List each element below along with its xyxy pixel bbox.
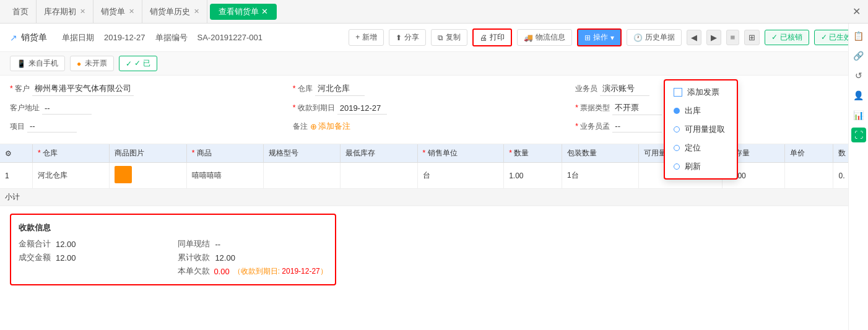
col-min-stock: 最低库存: [341, 144, 417, 163]
staff-label: 业务员: [575, 84, 597, 94]
history-button[interactable]: 🕐 历史单据: [627, 29, 682, 46]
refresh-icon: [674, 163, 680, 170]
sidebar-user-icon[interactable]: 👤: [851, 88, 866, 103]
dropdown-refresh[interactable]: 刷新: [665, 157, 737, 176]
close-tab-history[interactable]: ✕: [194, 7, 199, 15]
check-icon2: ✓: [821, 33, 829, 41]
col-unit: 销售单位: [417, 144, 504, 163]
truck-icon: 🚚: [524, 33, 533, 42]
confirm-button[interactable]: ✓ 已: [119, 56, 157, 71]
doc-no-value: SA-20191227-001: [197, 33, 263, 42]
col-pkg-qty: 包装数量: [562, 144, 638, 163]
close-tab-inventory[interactable]: ✕: [80, 7, 85, 15]
dropdown-out-warehouse[interactable]: 出库: [665, 102, 737, 120]
sidebar-clipboard-icon[interactable]: 📋: [851, 28, 866, 43]
same-order-row: 同单现结 --: [178, 238, 327, 250]
row-price: [785, 163, 833, 189]
col-warehouse: 仓库: [33, 144, 110, 163]
row-spec: [263, 163, 340, 189]
doc-date-value: 2019-12-27: [104, 33, 145, 42]
operate-button[interactable]: ⊞ 操作 ▾: [577, 28, 622, 46]
customer-field: 客户 柳州粤港平安气体有限公司: [10, 82, 293, 96]
amount-total-value: 12.00: [56, 240, 76, 249]
tab-check-sales[interactable]: 查看销货单 ✕: [210, 4, 277, 20]
doc-meta: 单据日期 2019-12-27 单据编号 SA-20191227-001: [62, 32, 263, 43]
staff2-value: --: [612, 120, 662, 132]
doc-header: ↗ 销货单 单据日期 2019-12-27 单据编号 SA-20191227-0…: [0, 24, 868, 52]
doc-no-label: 单据编号: [155, 32, 188, 43]
accumulated-row: 累计收款 12.00: [178, 252, 327, 263]
same-order-value: --: [215, 240, 220, 249]
operate-dropdown: 添加发票 出库 可用量提取 定位 刷新: [664, 79, 738, 180]
add-invoice-icon: [674, 88, 682, 97]
row-no: 1: [0, 163, 33, 189]
this-due-value: 0.00: [214, 267, 229, 276]
address-field: 客户地址 --: [10, 102, 293, 115]
same-order-label: 同单现结: [178, 238, 210, 250]
amount-total-label: 金额合计: [19, 238, 51, 250]
summary-grid: 金额合计 12.00 同单现结 -- 成交金额 12.00 累计收款 12.00…: [19, 238, 328, 277]
locate-icon: [674, 145, 680, 151]
tab-sales-history[interactable]: 销货单历史 ✕: [142, 0, 207, 23]
next-button[interactable]: ▶: [706, 30, 721, 45]
window-close-icon[interactable]: ✕: [853, 6, 861, 17]
col-settings[interactable]: ⚙: [0, 144, 33, 163]
sidebar-link-icon[interactable]: 🔗: [851, 48, 866, 63]
grid-view-button[interactable]: ⊞: [744, 30, 760, 45]
staff2-label: 业务员孟: [575, 121, 610, 132]
note-field[interactable]: 备注 添加备注: [293, 121, 576, 132]
subtotal-row: 小计: [0, 189, 868, 206]
tab-bar: 首页 库存期初 ✕ 销货单 ✕ 销货单历史 ✕ 查看销货单 ✕ ✕: [0, 0, 868, 24]
doc-date-label: 单据日期: [62, 32, 94, 43]
share-button[interactable]: ⬆ 分享: [389, 29, 426, 46]
due-date-field: 收款到期日 2019-12-27: [293, 102, 576, 115]
logistics-button[interactable]: 🚚 物流信息: [517, 29, 572, 46]
tab-inventory-init[interactable]: 库存期初 ✕: [37, 0, 93, 23]
sidebar-expand-icon[interactable]: ⛶: [851, 128, 866, 142]
ticket-value: 不开票: [612, 101, 662, 115]
new-button[interactable]: + 新增: [349, 29, 383, 46]
row-unit: 台: [417, 163, 504, 189]
sidebar-rotate-icon[interactable]: ↺: [851, 68, 866, 83]
doc-title: ↗ 销货单: [10, 32, 47, 43]
address-value: --: [42, 102, 92, 115]
close-tab-check[interactable]: ✕: [261, 7, 268, 16]
action-bar: 📱 来自手机 未开票 ✓ 已: [0, 52, 868, 76]
dropdown-locate[interactable]: 定位: [665, 139, 737, 157]
col-spec: 规格型号: [263, 144, 340, 163]
toolbar: + 新增 ⬆ 分享 ⧉ 复制 🖨 打印 🚚 物流信息 ⊞ 操作 ▾: [349, 28, 858, 46]
from-phone-button[interactable]: 📱 来自手机: [10, 56, 65, 71]
customer-value: 柳州粤港平安气体有限公司: [32, 82, 134, 96]
ticket-label: 票据类型: [575, 103, 610, 113]
close-tab-sales[interactable]: ✕: [129, 7, 134, 15]
add-note-button[interactable]: 添加备注: [310, 121, 350, 132]
sidebar-chart-icon[interactable]: 📊: [851, 108, 866, 123]
warehouse-field: 仓库 河北仓库: [293, 82, 576, 96]
tab-home[interactable]: 首页: [5, 0, 37, 23]
dropdown-available-qty[interactable]: 可用量提取: [665, 120, 737, 139]
print-button[interactable]: 🖨 打印: [472, 28, 512, 46]
copy-button[interactable]: ⧉ 复制: [431, 29, 467, 46]
transaction-row: 成交金额 12.00: [19, 252, 168, 263]
due-date-label: 收款到期日: [293, 103, 335, 113]
this-due-date: 2019-12-27: [282, 267, 319, 276]
tab-sales-order[interactable]: 销货单 ✕: [93, 0, 142, 23]
row-qty: 1.00: [504, 163, 562, 189]
subtotal-label: 小计: [0, 189, 868, 206]
copy-icon: ⧉: [438, 33, 443, 42]
row-min-stock: [341, 163, 417, 189]
project-field: 项目 --: [10, 120, 293, 132]
this-due-label: 本单欠款: [178, 266, 210, 277]
not-opened-button[interactable]: 未开票: [70, 56, 114, 71]
check-icon: ✓: [771, 33, 779, 41]
dropdown-arrow-icon: ▾: [610, 33, 614, 42]
list-view-button[interactable]: ≡: [726, 30, 740, 45]
status-sold-badge: ✓ 已核销: [765, 30, 809, 45]
dropdown-add-invoice[interactable]: 添加发票: [665, 83, 737, 102]
summary-section: 收款信息 金额合计 12.00 同单现结 -- 成交金额 12.00 累计收款 …: [10, 214, 336, 285]
sales-order-icon: ↗: [10, 33, 17, 43]
print-icon: 🖨: [480, 33, 487, 42]
this-due-note: （收款到期日: 2019-12-27）: [233, 266, 328, 277]
transaction-label: 成交金额: [19, 252, 51, 263]
prev-button[interactable]: ◀: [687, 30, 701, 45]
